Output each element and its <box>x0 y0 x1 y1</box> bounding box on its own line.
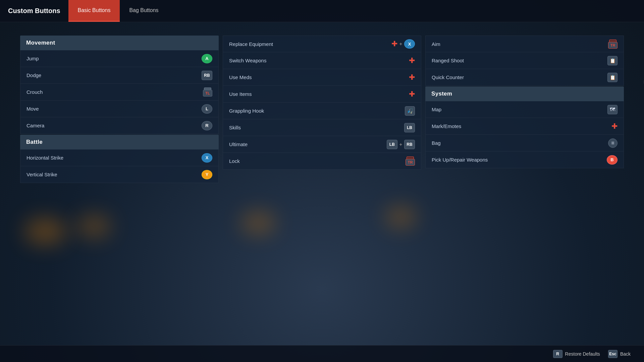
cross-icon-replace: ✚ <box>391 40 397 48</box>
key-move: L <box>202 104 212 114</box>
btn-lb-icon: LB <box>404 123 415 132</box>
label-ultimate: Ultimate <box>229 141 248 147</box>
binding-lock[interactable]: Lock TR <box>223 153 421 170</box>
label-quick-counter: Quick Counter <box>432 74 464 80</box>
tab-bag-buttons[interactable]: Bag Buttons <box>120 0 168 22</box>
key-vertical-strike: Y <box>202 170 212 179</box>
binding-ranged-shoot[interactable]: Ranged Shoot 📋 <box>425 52 624 69</box>
label-horizontal-strike: Horizontal Strike <box>26 155 63 161</box>
label-camera: Camera <box>26 123 44 128</box>
binding-ultimate[interactable]: Ultimate LB + RB <box>223 136 421 153</box>
binding-use-meds[interactable]: Use Meds ✚ <box>223 69 421 86</box>
key-crouch: TL <box>203 87 212 97</box>
key-map: 🗺 <box>607 105 618 114</box>
key-mark-emotes: ✚ <box>611 123 618 130</box>
label-grappling-hook: Grappling Hook <box>229 108 264 114</box>
binding-crouch[interactable]: Crouch TL <box>20 84 219 101</box>
key-use-items: ✚ <box>409 90 415 98</box>
bottom-bar: R Restore Defaults Esc Back <box>0 345 644 362</box>
label-skills: Skills <box>229 125 241 130</box>
binding-quick-counter[interactable]: Quick Counter 📋 <box>425 69 624 86</box>
page-title: Custom Buttons <box>0 0 68 22</box>
section-header-system: System <box>425 86 624 101</box>
key-horizontal-strike: X <box>202 153 212 163</box>
btn-x-icon: X <box>202 153 212 163</box>
btn-rb-icon: RB <box>202 71 212 80</box>
back-action[interactable]: Esc Back <box>608 350 631 358</box>
label-move: Move <box>26 106 39 112</box>
binding-bag[interactable]: Bag ≡ <box>425 135 624 152</box>
key-lock: TR <box>406 157 415 166</box>
tr-trigger-icon-lock: TR <box>406 157 415 166</box>
btn-rb-icon-ult: RB <box>404 140 415 149</box>
label-use-items: Use Items <box>229 91 252 97</box>
btn-a-icon: A <box>202 54 212 63</box>
key-quick-counter: 📋 <box>607 73 618 82</box>
btn-l-icon: L <box>202 104 212 114</box>
key-use-meds: ✚ <box>409 74 415 81</box>
restore-defaults-action[interactable]: R Restore Defaults <box>553 350 600 358</box>
label-dodge: Dodge <box>26 72 41 78</box>
tab-basic-buttons[interactable]: Basic Buttons <box>68 0 120 22</box>
binding-switch-weapons[interactable]: Switch Weapons ✚ <box>223 52 421 69</box>
key-bag: ≡ <box>608 138 618 148</box>
binding-dodge[interactable]: Dodge RB <box>20 67 219 84</box>
binding-vertical-strike[interactable]: Vertical Strike Y <box>20 166 219 183</box>
key-switch-weapons: ✚ <box>409 57 415 64</box>
key-replace-equipment: ✚ + X <box>391 39 415 49</box>
tr-trigger-icon-aim: TR <box>608 40 618 49</box>
main-content: Movement Jump A Dodge RB Crouch TL Move <box>0 22 644 345</box>
restore-key: R <box>553 350 562 358</box>
binding-jump[interactable]: Jump A <box>20 50 219 67</box>
label-bag: Bag <box>432 140 441 146</box>
cross-icon-mark: ✚ <box>611 123 618 130</box>
tl-trigger-icon: TL <box>203 87 212 97</box>
btn-lb-icon-ult: LB <box>387 140 397 149</box>
label-switch-weapons: Switch Weapons <box>229 58 266 63</box>
key-ranged-shoot: 📋 <box>607 56 618 65</box>
binding-skills[interactable]: Skills LB <box>223 119 421 136</box>
binding-horizontal-strike[interactable]: Horizontal Strike X <box>20 149 219 166</box>
column-combat: Replace Equipment ✚ + X Switch Weapons ✚… <box>223 36 421 345</box>
section-header-battle: Battle <box>20 135 219 149</box>
btn-y-icon: Y <box>202 170 212 179</box>
key-aim: TR <box>608 40 618 49</box>
hook-icon: 🎣 <box>405 106 415 116</box>
label-replace-equipment: Replace Equipment <box>229 41 273 47</box>
binding-mark-emotes[interactable]: Mark/Emotes ✚ <box>425 118 624 135</box>
binding-use-items[interactable]: Use Items ✚ <box>223 86 421 103</box>
btn-x-icon-replace: X <box>404 39 415 49</box>
key-dodge: RB <box>202 71 212 80</box>
binding-grappling-hook[interactable]: Grappling Hook 🎣 <box>223 103 421 119</box>
back-label: Back <box>620 351 631 357</box>
top-bar: Custom Buttons Basic Buttons Bag Buttons <box>0 0 644 22</box>
key-skills: LB <box>404 123 415 132</box>
key-ultimate: LB + RB <box>387 140 415 149</box>
key-camera: R <box>202 121 212 130</box>
cross-icon-meds: ✚ <box>409 74 415 81</box>
label-vertical-strike: Vertical Strike <box>26 172 57 177</box>
label-mark-emotes: Mark/Emotes <box>432 123 461 129</box>
binding-move[interactable]: Move L <box>20 101 219 117</box>
label-pickup-repair: Pick Up/Repair Weapons <box>432 157 488 163</box>
btn-r-icon: R <box>202 121 212 130</box>
binding-camera[interactable]: Camera R <box>20 117 219 134</box>
key-pickup-repair: B <box>607 155 618 165</box>
book-icon-ranged: 📋 <box>607 56 618 65</box>
title-text: Custom Buttons <box>8 7 60 15</box>
binding-replace-equipment[interactable]: Replace Equipment ✚ + X <box>223 36 421 52</box>
label-use-meds: Use Meds <box>229 74 252 80</box>
key-grappling-hook: 🎣 <box>405 106 415 116</box>
cross-icon-switch: ✚ <box>409 57 415 64</box>
label-jump: Jump <box>26 56 39 61</box>
tab-bar: Basic Buttons Bag Buttons <box>68 0 168 22</box>
binding-map[interactable]: Map 🗺 <box>425 101 624 118</box>
column-movement: Movement Jump A Dodge RB Crouch TL Move <box>20 36 219 345</box>
map-icon: 🗺 <box>607 105 618 114</box>
key-jump: A <box>202 54 212 63</box>
binding-aim[interactable]: Aim TR <box>425 36 624 52</box>
cross-icon-items: ✚ <box>409 90 415 98</box>
binding-pickup-repair[interactable]: Pick Up/Repair Weapons B <box>425 152 624 168</box>
label-map: Map <box>432 107 441 112</box>
label-lock: Lock <box>229 158 240 164</box>
